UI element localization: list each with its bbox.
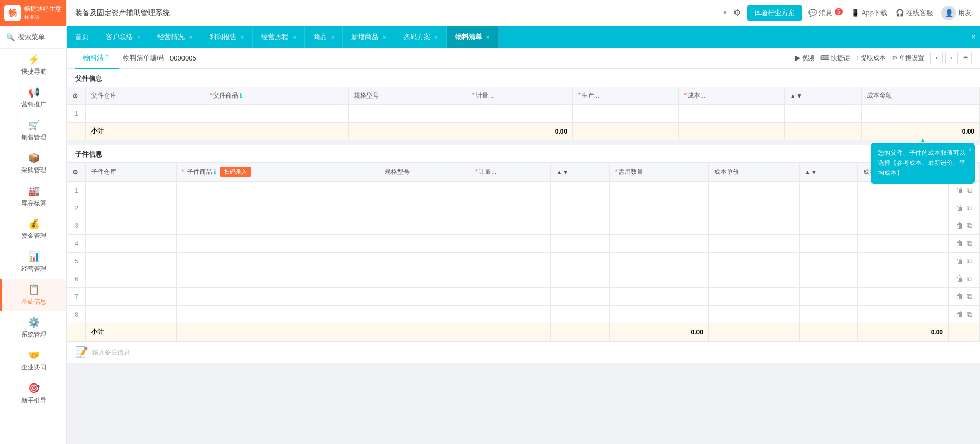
- child-row-product[interactable]: [176, 253, 379, 270]
- user-button[interactable]: 👤 用友: [941, 6, 972, 20]
- tab-customer[interactable]: 客户联络 ×: [97, 26, 149, 48]
- system-dropdown-arrow[interactable]: ▼: [722, 10, 727, 16]
- parent-row-1-unit[interactable]: [467, 105, 573, 123]
- child-row-unit-cost[interactable]: [708, 306, 799, 323]
- tab-new-product-close[interactable]: ×: [383, 34, 386, 40]
- child-row-required-qty[interactable]: [609, 199, 708, 217]
- copy-icon[interactable]: ⧉: [967, 239, 972, 247]
- child-row-required-qty[interactable]: [609, 182, 708, 199]
- child-row-required-qty[interactable]: [609, 270, 708, 288]
- child-row-spec[interactable]: [379, 182, 470, 199]
- delete-icon[interactable]: 🗑: [956, 239, 963, 247]
- child-row-required-qty[interactable]: [609, 306, 708, 323]
- child-row-unit[interactable]: [470, 182, 550, 199]
- list-view-btn[interactable]: ≡: [960, 52, 972, 64]
- scan-input-btn[interactable]: 扫码录入: [220, 167, 251, 177]
- tab-bom[interactable]: 物料清单 ×: [447, 26, 498, 48]
- sidebar-item-operation[interactable]: 📊 经营管理: [0, 246, 66, 279]
- child-row-warehouse[interactable]: [86, 182, 177, 199]
- child-row-required-qty[interactable]: [609, 235, 708, 253]
- delete-icon[interactable]: 🗑: [956, 292, 963, 301]
- settings-gear-button[interactable]: ⚙: [733, 8, 741, 18]
- child-row-spec[interactable]: [379, 253, 470, 270]
- sidebar-item-quicknav[interactable]: ⚡ 快捷导航: [0, 49, 66, 81]
- prev-page-btn[interactable]: ‹: [930, 52, 943, 64]
- copy-icon[interactable]: ⧉: [967, 310, 972, 318]
- delete-icon[interactable]: 🗑: [956, 221, 963, 230]
- tab-products-close[interactable]: ×: [331, 34, 334, 40]
- sidebar-item-basic[interactable]: 📋 基础信息: [0, 279, 66, 311]
- child-row-unit-cost[interactable]: [708, 199, 799, 217]
- sidebar-item-sales[interactable]: 🛒 销售管理: [0, 114, 66, 147]
- sub-tab-bom-list[interactable]: 物料清单: [75, 48, 119, 69]
- copy-icon[interactable]: ⧉: [967, 274, 972, 283]
- child-row-product[interactable]: [176, 199, 379, 217]
- tab-new-product[interactable]: 新增商品 ×: [343, 26, 395, 48]
- child-row-unit[interactable]: [470, 270, 550, 288]
- child-row-unit-cost[interactable]: [708, 253, 799, 270]
- view-btn[interactable]: ▶ 视频: [795, 54, 814, 63]
- sidebar-item-purchase[interactable]: 📦 采购管理: [0, 147, 66, 180]
- tab-customer-close[interactable]: ×: [137, 34, 140, 40]
- child-row-product[interactable]: [176, 306, 379, 323]
- child-row-product[interactable]: [176, 270, 379, 288]
- tab-products[interactable]: 商品 ×: [305, 26, 343, 48]
- child-row-spec[interactable]: [379, 199, 470, 217]
- message-button[interactable]: 💬 消息 6: [808, 8, 843, 18]
- search-menu-button[interactable]: 🔍 搜索菜单: [4, 30, 62, 44]
- child-row-unit-cost[interactable]: [708, 182, 799, 199]
- child-row-product[interactable]: [176, 182, 379, 199]
- delete-icon[interactable]: 🗑: [956, 274, 963, 283]
- sidebar-item-collab[interactable]: 🤝 企业协同: [0, 344, 66, 377]
- child-row-unit-cost[interactable]: [708, 217, 799, 235]
- copy-icon[interactable]: ⧉: [967, 203, 972, 212]
- tabs-close-all[interactable]: ×: [967, 32, 980, 42]
- child-row-unit-cost[interactable]: [708, 288, 799, 306]
- child-row-unit[interactable]: [470, 235, 550, 253]
- child-row-warehouse[interactable]: [86, 270, 177, 288]
- child-row-warehouse[interactable]: [86, 288, 177, 306]
- child-col-settings[interactable]: ⚙: [67, 163, 86, 182]
- tab-home[interactable]: 首页: [67, 26, 97, 48]
- tab-profit-report-close[interactable]: ×: [241, 34, 244, 40]
- child-row-required-qty[interactable]: [609, 288, 708, 306]
- parent-row-1-production[interactable]: [573, 105, 679, 123]
- parent-row-1-spec[interactable]: [348, 105, 467, 123]
- parent-row-1-warehouse[interactable]: [86, 105, 204, 123]
- parent-col-settings[interactable]: ⚙: [67, 87, 86, 105]
- tooltip-close-btn[interactable]: ×: [968, 145, 972, 155]
- parent-row-1-cost[interactable]: [679, 105, 785, 123]
- sidebar-item-inventory[interactable]: 🏭 库存核算: [0, 180, 66, 213]
- child-row-unit[interactable]: [470, 217, 550, 235]
- sidebar-item-marketing[interactable]: 📢 营销推广: [0, 81, 66, 114]
- app-download-button[interactable]: 📱 App下载: [851, 8, 887, 18]
- delete-icon[interactable]: 🗑: [956, 186, 963, 194]
- child-row-spec[interactable]: [379, 288, 470, 306]
- tab-operation-history[interactable]: 经营历程 ×: [253, 26, 304, 48]
- next-page-btn[interactable]: ›: [945, 52, 958, 64]
- tab-barcode-close[interactable]: ×: [435, 34, 438, 40]
- child-row-warehouse[interactable]: [86, 217, 177, 235]
- shortcut-btn[interactable]: ⌨ 快捷键: [820, 54, 850, 63]
- note-placeholder[interactable]: 输入备注信息: [92, 348, 130, 357]
- online-service-button[interactable]: 🎧 在线客服: [896, 8, 933, 18]
- child-row-unit-cost[interactable]: [708, 270, 799, 288]
- child-row-product[interactable]: [176, 217, 379, 235]
- child-row-spec[interactable]: [379, 270, 470, 288]
- tab-operation-status[interactable]: 经营情况 ×: [149, 26, 201, 48]
- child-row-unit[interactable]: [470, 199, 550, 217]
- child-row-warehouse[interactable]: [86, 199, 177, 217]
- child-row-spec[interactable]: [379, 217, 470, 235]
- experience-btn[interactable]: 体验行业方案: [747, 5, 802, 21]
- tab-bom-close[interactable]: ×: [486, 34, 489, 40]
- extract-cost-btn[interactable]: ↑ 提取成本: [856, 54, 886, 63]
- child-row-unit[interactable]: [470, 288, 550, 306]
- child-row-required-qty[interactable]: [609, 253, 708, 270]
- delete-icon[interactable]: 🗑: [956, 310, 963, 318]
- child-row-warehouse[interactable]: [86, 306, 177, 323]
- child-row-spec[interactable]: [379, 235, 470, 253]
- copy-icon[interactable]: ⧉: [967, 221, 972, 230]
- sidebar-item-finance[interactable]: 💰 资金管理: [0, 213, 66, 246]
- child-row-product[interactable]: [176, 288, 379, 306]
- delete-icon[interactable]: 🗑: [956, 203, 963, 212]
